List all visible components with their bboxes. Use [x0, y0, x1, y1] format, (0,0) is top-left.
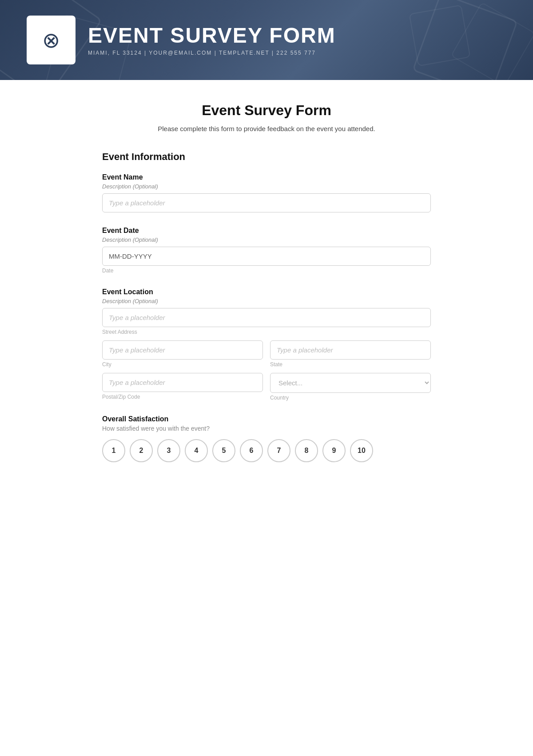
header-decoration-3 [450, 2, 533, 80]
event-date-desc: Description (Optional) [102, 236, 431, 243]
satisfaction-field-group: Overall Satisfaction How satisfied were … [102, 415, 431, 462]
form-subtitle: Please complete this form to provide fee… [102, 125, 431, 132]
state-field: State [270, 340, 431, 368]
rating-circle-9[interactable]: 9 [322, 439, 346, 462]
postal-input[interactable] [102, 373, 263, 392]
country-field: Select... United States United Kingdom C… [270, 373, 431, 401]
city-state-row: City State [102, 340, 431, 368]
event-date-input[interactable] [102, 247, 431, 266]
header-subtitle: MIAMI, FL 33124 | YOUR@EMAIL.COM | TEMPL… [88, 50, 336, 56]
event-location-label: Event Location [102, 288, 431, 296]
rating-circle-8[interactable]: 8 [295, 439, 318, 462]
state-hint: State [270, 361, 431, 368]
rating-circle-7[interactable]: 7 [267, 439, 290, 462]
event-date-hint: Date [102, 268, 431, 274]
event-name-input[interactable] [102, 193, 431, 212]
rating-circle-3[interactable]: 3 [157, 439, 180, 462]
rating-circle-5[interactable]: 5 [212, 439, 235, 462]
country-hint: Country [270, 395, 431, 401]
city-hint: City [102, 361, 263, 368]
event-name-field-group: Event Name Description (Optional) [102, 173, 431, 212]
event-location-desc: Description (Optional) [102, 298, 431, 304]
rating-circle-6[interactable]: 6 [240, 439, 263, 462]
country-select[interactable]: Select... United States United Kingdom C… [270, 373, 431, 393]
logo-icon: ⊗ [42, 28, 60, 52]
street-field: Street Address [102, 308, 431, 335]
event-date-label: Event Date [102, 227, 431, 235]
section-event-info-title: Event Information [102, 151, 431, 163]
header-decoration-2 [409, 4, 470, 66]
page-header: ⊗ EVENT SURVEY FORM MIAMI, FL 33124 | YO… [0, 0, 533, 80]
header-text: EVENT SURVEY FORM MIAMI, FL 33124 | YOUR… [88, 24, 336, 56]
satisfaction-label: Overall Satisfaction [102, 415, 431, 423]
state-input[interactable] [270, 340, 431, 360]
logo-box: ⊗ [27, 16, 76, 64]
rating-circle-4[interactable]: 4 [185, 439, 208, 462]
street-hint: Street Address [102, 329, 431, 335]
event-date-field-group: Event Date Description (Optional) Date [102, 227, 431, 274]
street-address-input[interactable] [102, 308, 431, 327]
satisfaction-question: How satisfied were you with the event? [102, 425, 431, 432]
event-name-label: Event Name [102, 173, 431, 181]
main-content: Event Survey Form Please complete this f… [67, 80, 466, 503]
postal-country-row: Postal/Zip Code Select... United States … [102, 373, 431, 401]
postal-hint: Postal/Zip Code [102, 394, 263, 400]
form-title: Event Survey Form [102, 102, 431, 119]
event-name-desc: Description (Optional) [102, 183, 431, 190]
rating-circle-10[interactable]: 10 [350, 439, 373, 462]
header-title: EVENT SURVEY FORM [88, 24, 336, 48]
city-input[interactable] [102, 340, 263, 360]
rating-circles-container: 12345678910 [102, 439, 431, 462]
city-field: City [102, 340, 263, 368]
event-location-field-group: Event Location Description (Optional) St… [102, 288, 431, 401]
rating-circle-2[interactable]: 2 [130, 439, 153, 462]
rating-circle-1[interactable]: 1 [102, 439, 125, 462]
postal-field: Postal/Zip Code [102, 373, 263, 401]
